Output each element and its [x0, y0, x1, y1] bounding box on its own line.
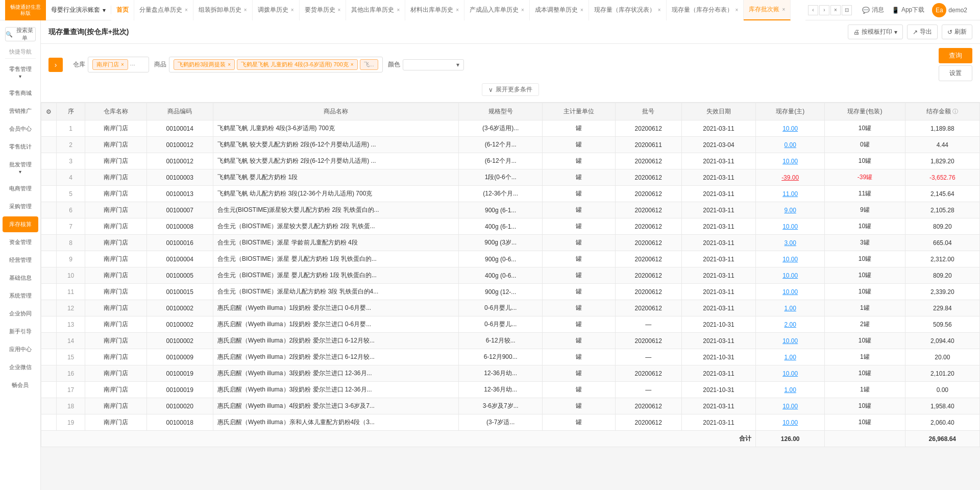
cell-gear — [41, 382, 57, 398]
tab-close-current-btn[interactable]: × — [830, 5, 841, 15]
sidebar-item-apps[interactable]: 应用中心 — [3, 341, 38, 357]
cell-unit: 罐 — [542, 120, 615, 137]
tab-kucun-pici[interactable]: 库存批次账× — [744, 0, 791, 20]
sidebar-item-finance[interactable]: 资金管理 — [3, 234, 38, 250]
cell-batch: 20200612 — [615, 186, 681, 202]
account-selector[interactable]: 母婴行业演示账套 ▾ — [46, 6, 111, 14]
warehouse-input[interactable]: 南岸门店 × ··· — [88, 57, 149, 72]
cell-warehouse: 南岸门店 — [85, 382, 146, 398]
app-download-icon: 📱 — [892, 7, 899, 14]
cell-num: 13 — [57, 316, 85, 333]
tab-cailiao-chuku[interactable]: 材料出库单历史× — [405, 0, 464, 20]
cell-expire: 2021-03-11 — [681, 333, 755, 349]
tab-close-cailiao-chuku[interactable]: × — [456, 7, 459, 13]
tab-prev-btn[interactable]: ‹ — [808, 5, 818, 15]
gear-icon[interactable]: ⚙ — [46, 108, 52, 115]
refresh-btn[interactable]: ↺ 刷新 — [942, 24, 972, 39]
warehouse-ellipsis[interactable]: ··· — [128, 60, 137, 69]
sidebar-item-retail-mall[interactable]: 零售商城 — [3, 85, 38, 101]
color-dropdown[interactable]: ▾ — [403, 59, 464, 70]
cell-balance: 1,958.40 — [905, 398, 979, 414]
tab-home[interactable]: 首页 — [111, 0, 134, 20]
cell-expire: 2021-03-11 — [681, 153, 755, 169]
filter-expand-btn[interactable]: › — [48, 58, 63, 72]
sidebar-item-retail[interactable]: 零售管理▾ — [3, 61, 38, 83]
cell-expire: 2021-03-11 — [681, 300, 755, 316]
warehouse-tag-close[interactable]: × — [121, 62, 124, 67]
th-expire: 失效日期 — [681, 103, 755, 120]
print-btn[interactable]: 🖨 按模板打印 ▾ — [848, 24, 903, 39]
sidebar-item-label-marketing: 营销推广 — [5, 107, 36, 115]
tab-close-kucun-pici[interactable]: × — [782, 7, 785, 12]
sidebar-item-guide[interactable]: 新手引导 — [3, 324, 38, 339]
app-download-btn[interactable]: 📱 App下载 — [892, 6, 924, 14]
sidebar-item-inventory[interactable]: 库存核算 — [3, 216, 38, 232]
sidebar-item-basic[interactable]: 基础信息 — [3, 270, 38, 286]
query-btn[interactable]: 查询 — [939, 48, 972, 63]
sidebar-item-label-purchase: 采购管理 — [5, 203, 36, 210]
tab-xianzai-kucun[interactable]: 现存量（库存状况表）× — [589, 0, 667, 20]
tab-xianzai-fenpei[interactable]: 现存量（库存分布表）× — [667, 0, 744, 20]
sidebar-item-label-system: 系统管理 — [5, 292, 36, 300]
tab-close-chengben-tiaozheng[interactable]: × — [580, 7, 583, 13]
sidebar-item-operation[interactable]: 经营管理 — [3, 252, 38, 268]
setting-btn[interactable]: 设置 — [939, 65, 972, 81]
sidebar-item-member[interactable]: 会员中心 — [3, 121, 38, 137]
cell-code: 00100016 — [146, 235, 213, 251]
sidebar-item-label-ecommerce: 电商管理 — [5, 185, 36, 192]
goods-tag-close-1[interactable]: × — [351, 62, 354, 67]
chevron-down-icon: ▾ — [19, 169, 21, 175]
table-row: 3 南岸门店 00100012 飞鹤星飞帆 较大婴儿配方奶粉 2段(6-12个月… — [41, 153, 980, 169]
message-btn[interactable]: 💬 刷新 消息 — [862, 6, 884, 14]
tab-qita-chuku[interactable]: 其他出库单历史× — [346, 0, 405, 20]
tab-close-chancheng-ruku[interactable]: × — [521, 7, 524, 13]
cell-expire: 2021-03-11 — [681, 414, 755, 431]
sidebar-item-marketing[interactable]: 营销推广 — [3, 103, 38, 119]
tab-zuhe-chaizhuang[interactable]: 组装拆卸单历史× — [193, 0, 253, 20]
tab-more-btn[interactable]: ⊡ — [842, 5, 852, 15]
tab-close-yaohuo-history[interactable]: × — [338, 7, 341, 13]
cell-batch: 20200612 — [615, 333, 681, 349]
print-icon: 🖨 — [853, 29, 860, 36]
tab-next-btn[interactable]: › — [819, 5, 829, 15]
goods-tag-close-0[interactable]: × — [228, 62, 231, 67]
cell-stock-pkg: 11罐 — [825, 186, 905, 202]
cell-name: 飞鹤星飞帆 较大婴儿配方奶粉 2段(6-12个月婴幼儿适用) ... — [213, 137, 458, 153]
tab-diaobo-history[interactable]: 调拨单历史× — [253, 0, 300, 20]
user-avatar[interactable]: Ea demo2 — [932, 3, 967, 17]
tab-close-xianzai-fenpei[interactable]: × — [736, 7, 739, 13]
cell-code: 00100007 — [146, 202, 213, 218]
sidebar-item-purchase[interactable]: 采购管理 — [3, 199, 38, 214]
tab-chengben-tiaozheng[interactable]: 成本调整单历史× — [530, 0, 589, 20]
sidebar-item-ecommerce[interactable]: 电商管理 — [3, 181, 38, 197]
table-row: 5 南岸门店 00100013 飞鹤星飞帆 幼儿配方奶粉 3段(12-36个月幼… — [41, 186, 980, 202]
cell-name: 飞鹤星飞帆 幼儿配方奶粉 3段(12-36个月幼儿适用) 700克 — [213, 186, 458, 202]
cell-stock-main: 1.00 — [756, 300, 825, 316]
cell-gear — [41, 169, 57, 186]
sidebar-item-enterprise-wechat[interactable]: 企业微信 — [3, 359, 38, 375]
tab-close-diaobo-history[interactable]: × — [291, 7, 294, 13]
goods-input[interactable]: 飞鹤奶粉3段两提装×飞鹤星飞帆 儿童奶粉 4段(3-6岁适用) 700克×飞..… — [169, 57, 383, 72]
expand-more-btn[interactable]: ∨ 展开更多条件 — [482, 83, 539, 96]
tab-close-zuhe-chaizhuang[interactable]: × — [244, 7, 247, 13]
tab-close-fen-pan-history[interactable]: × — [185, 7, 188, 13]
search-menu-btn[interactable]: 🔍 搜索菜单 — [5, 27, 36, 41]
export-btn[interactable]: ↗ 导出 — [907, 24, 938, 39]
tab-close-xianzai-kucun[interactable]: × — [658, 7, 661, 13]
cell-expire: 2021-03-11 — [681, 202, 755, 218]
tab-close-qita-chuku[interactable]: × — [397, 7, 400, 13]
cell-gear — [41, 333, 57, 349]
logo-text: 畅捷通好生意 标版 — [10, 4, 41, 16]
sidebar-item-wholesale[interactable]: 批发管理▾ — [3, 157, 38, 179]
tab-chancheng-ruku[interactable]: 产成品入库单历史× — [464, 0, 530, 20]
tab-yaohuo-history[interactable]: 要货单历史× — [300, 0, 347, 20]
sidebar-item-system[interactable]: 系统管理 — [3, 288, 38, 304]
tab-fen-pan-history[interactable]: 分量盘点单历史× — [134, 0, 193, 20]
balance-info-icon[interactable]: ⓘ — [952, 108, 958, 115]
sidebar-item-retail-stat[interactable]: 零售统计 — [3, 139, 38, 155]
sidebar-item-cooperation[interactable]: 企业协同 — [3, 306, 38, 322]
cell-name: 惠氏启醒（Wyeth illuma）亲和人体儿童配方奶粉4段（3... — [213, 414, 458, 431]
cell-name: 飞鹤星飞帆 较大婴儿配方奶粉 2段(6-12个月婴幼儿适用) ... — [213, 153, 458, 169]
sidebar-item-member-app[interactable]: 畅会员 — [3, 377, 38, 393]
table-row: 11 南岸门店 00100015 合生元（BIOSTIME）派星幼儿配方奶粉 3… — [41, 284, 980, 300]
